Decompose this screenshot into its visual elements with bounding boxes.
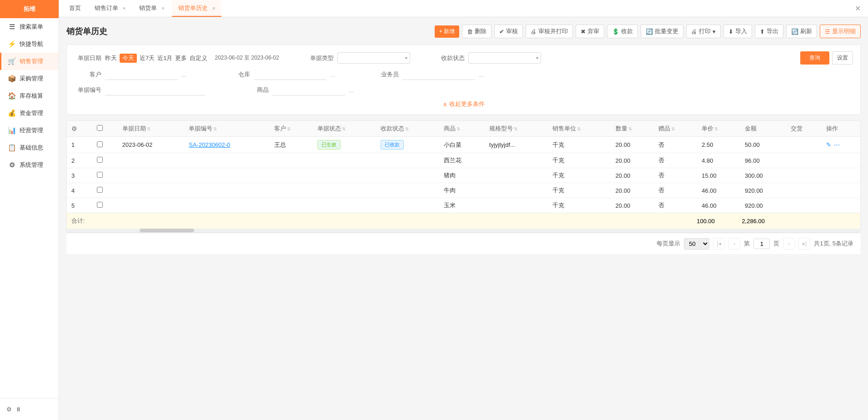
actions-cell[interactable]	[822, 198, 860, 213]
row-checkbox[interactable]	[97, 157, 103, 163]
th-spec[interactable]: 规格型号⇅	[485, 121, 548, 137]
tab-sales-order[interactable]: 销售订单 ×	[88, 0, 132, 17]
customer-input[interactable]	[105, 69, 178, 80]
tab-bar-close-btn[interactable]: ✕	[851, 2, 864, 15]
audit-print-button[interactable]: 🖨 审核并打印	[526, 25, 573, 38]
show-detail-button[interactable]: ☰ 显示明细	[820, 25, 861, 38]
payment-status-select[interactable]	[468, 52, 541, 64]
shortcut-7days[interactable]: 近7天	[140, 54, 155, 62]
page-size-select[interactable]: 20 50 100	[684, 238, 709, 250]
th-transaction[interactable]: 交货	[786, 121, 822, 137]
table-gear-icon[interactable]: ⚙	[71, 125, 77, 132]
sidebar-item-quick-nav[interactable]: ⚡ 快捷导航	[0, 35, 59, 53]
query-button[interactable]: 查询	[800, 51, 829, 65]
th-doc-date[interactable]: 单据日期⇅	[118, 121, 184, 137]
export-button[interactable]: ⬆ 导出	[755, 25, 783, 38]
row-checkbox[interactable]	[97, 202, 103, 208]
inventory-icon: 🏠	[8, 92, 16, 100]
shortcut-1month[interactable]: 近1月	[157, 54, 172, 62]
doc-no-link[interactable]: SA-20230602-0	[189, 141, 230, 148]
more-action-icon[interactable]: ⋯	[834, 141, 840, 148]
th-qty[interactable]: 数量⇅	[611, 121, 654, 137]
new-button[interactable]: + 新增	[435, 25, 459, 38]
settings-button[interactable]: 设置	[832, 51, 853, 65]
th-customer[interactable]: 客户⇅	[270, 121, 313, 137]
th-amount[interactable]: 金额	[740, 121, 786, 137]
sidebar-item-finance-mgmt[interactable]: 💰 资金管理	[0, 105, 59, 122]
delete-button[interactable]: 🗑 删除	[462, 25, 492, 38]
sidebar-item-operations-mgmt[interactable]: 📊 经营管理	[0, 122, 59, 139]
actions-cell[interactable]	[822, 168, 860, 183]
actions-cell[interactable]	[822, 153, 860, 168]
sidebar-item-search-menu[interactable]: ☰ 搜索菜单	[0, 18, 59, 35]
sidebar-bottom-settings[interactable]: ⚙ ⏸	[0, 402, 59, 416]
row-checkbox-cell[interactable]	[92, 137, 118, 153]
refresh-button[interactable]: 🔃 刷新	[786, 25, 817, 38]
tab-close-sales-goods[interactable]: ×	[161, 5, 164, 11]
sidebar-item-system-mgmt[interactable]: ⚙ 系统管理	[0, 156, 59, 174]
goods-picker-icon[interactable]: ...	[349, 87, 354, 94]
row-checkbox-cell[interactable]	[92, 183, 118, 198]
th-doc-no[interactable]: 单据编号⇅	[184, 121, 270, 137]
abandon-button[interactable]: ✖ 弃审	[576, 25, 604, 38]
tab-close-sales-history[interactable]: ×	[212, 5, 215, 11]
sidebar-item-sales-mgmt[interactable]: 🛒 销售管理	[0, 53, 59, 70]
th-unit[interactable]: 销售单位⇅	[548, 121, 611, 137]
edit-action-icon[interactable]: ✎	[826, 141, 831, 148]
th-unit-price[interactable]: 单价⇅	[697, 121, 740, 137]
doc-no-cell[interactable]	[184, 183, 270, 198]
sidebar-item-inventory[interactable]: 🏠 库存核算	[0, 87, 59, 105]
prev-page-button[interactable]: ‹	[728, 238, 740, 250]
row-checkbox-cell[interactable]	[92, 198, 118, 213]
horizontal-scrollbar[interactable]	[67, 229, 860, 232]
row-checkbox-cell[interactable]	[92, 153, 118, 168]
tab-sales-history[interactable]: 销货单历史 ×	[172, 0, 221, 17]
customer-picker-icon[interactable]: ...	[181, 71, 186, 78]
shortcut-more[interactable]: 更多	[175, 54, 187, 62]
doc-no-cell[interactable]: SA-20230602-0	[184, 137, 270, 153]
th-payment-status[interactable]: 收款状态⇅	[376, 121, 439, 137]
sidebar-item-basic-info[interactable]: 📋 基础信息	[0, 139, 59, 156]
th-goods[interactable]: 商品⇅	[439, 121, 485, 137]
sidebar-item-purchase-mgmt[interactable]: 📦 采购管理	[0, 70, 59, 87]
current-page-input[interactable]	[753, 239, 770, 249]
gift-cell: 否	[654, 183, 697, 198]
actions-cell[interactable]	[822, 183, 860, 198]
audit-button[interactable]: ✔ 审核	[494, 25, 523, 38]
import-button[interactable]: ⬇ 导入	[723, 25, 752, 38]
actions-cell[interactable]: ✎⋯	[822, 137, 860, 153]
th-gear[interactable]: ⚙	[67, 121, 92, 137]
last-page-button[interactable]: ▸|	[798, 238, 810, 250]
row-checkbox[interactable]	[97, 172, 103, 178]
shortcut-today[interactable]: 今天	[120, 54, 137, 63]
goods-input[interactable]	[272, 85, 345, 95]
doc-no-cell[interactable]	[184, 168, 270, 183]
tab-home[interactable]: 首页	[63, 0, 87, 17]
shortcut-yesterday[interactable]: 昨天	[105, 54, 117, 62]
doc-no-input[interactable]	[105, 85, 205, 95]
scrollbar-thumb[interactable]	[140, 229, 194, 232]
shortcut-custom[interactable]: 自定义	[190, 54, 207, 62]
doc-no-cell[interactable]	[184, 153, 270, 168]
salesperson-picker-icon[interactable]: ...	[479, 71, 484, 78]
th-checkbox[interactable]	[92, 121, 118, 137]
collect-button[interactable]: 💲 收款	[607, 25, 638, 38]
salesperson-input[interactable]	[402, 69, 475, 80]
select-all-checkbox[interactable]	[97, 125, 103, 131]
batch-change-button[interactable]: 🔄 批量变更	[641, 25, 683, 38]
next-page-button[interactable]: ›	[783, 238, 795, 250]
print-button[interactable]: 🖨 打印 ▾	[686, 25, 721, 38]
row-checkbox[interactable]	[97, 141, 103, 147]
row-checkbox-cell[interactable]	[92, 168, 118, 183]
th-gift[interactable]: 赠品⇅	[654, 121, 697, 137]
tab-sales-goods[interactable]: 销货单 ×	[133, 0, 171, 17]
tab-close-sales-order[interactable]: ×	[123, 5, 125, 11]
warehouse-picker-icon[interactable]: ...	[330, 71, 335, 78]
warehouse-input[interactable]	[254, 69, 326, 80]
row-checkbox[interactable]	[97, 187, 103, 193]
collapse-row[interactable]: ∧ 收起更多条件	[74, 100, 853, 108]
doc-no-cell[interactable]	[184, 198, 270, 213]
first-page-button[interactable]: |◂	[713, 238, 725, 250]
doc-type-select[interactable]	[337, 52, 410, 64]
th-doc-status[interactable]: 单据状态⇅	[313, 121, 376, 137]
